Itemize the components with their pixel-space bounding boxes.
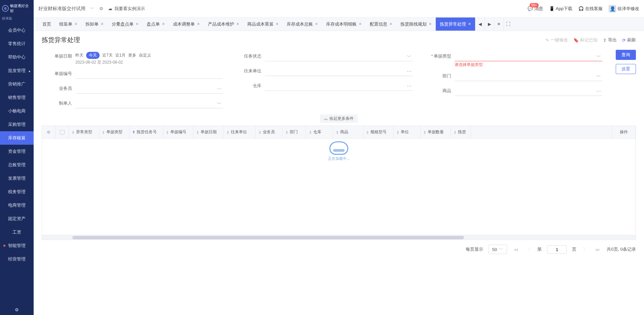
sidebar-item-ecom[interactable]: 小畅电商 <box>0 104 34 118</box>
tab[interactable]: 组装单✕ <box>55 18 81 31</box>
table-col-header[interactable]: ▲▼拣货任务号 <box>130 126 163 138</box>
tab-close-all[interactable]: ✕ <box>494 18 503 31</box>
doc-type-select[interactable] <box>455 52 602 61</box>
sidebar-item-ai[interactable]: 智能管理 <box>0 239 34 252</box>
sidebar-item-sales[interactable]: 销售管理 <box>0 91 34 104</box>
sort-icon[interactable]: ▲▼ <box>196 130 199 134</box>
sidebar-settings-icon[interactable]: ⚙ <box>0 305 34 315</box>
close-icon[interactable]: ✕ <box>389 22 392 26</box>
sidebar-item-member[interactable]: 会员中心 <box>0 24 34 37</box>
prev-page-button[interactable]: 〈 <box>525 246 532 252</box>
user-menu[interactable]: 👤 徐泽华修改 <box>609 5 639 12</box>
date-today[interactable]: 今天 <box>86 52 100 59</box>
table-col-header[interactable]: ▲▼单据日期 <box>193 126 224 138</box>
messages-button[interactable]: 99+ 💬 消息 <box>528 6 543 12</box>
tab[interactable]: 拣货异常处理✕ <box>436 18 475 31</box>
last-page-button[interactable]: ⏭ <box>594 247 601 252</box>
sort-icon[interactable]: ▲▼ <box>226 130 229 134</box>
salesman-select[interactable] <box>75 84 223 94</box>
dept-select[interactable] <box>455 72 602 81</box>
collapse-filters-button[interactable]: ︽收起更多条件 <box>320 114 358 123</box>
table-settings-icon[interactable]: ⚙ <box>42 126 56 138</box>
sort-icon[interactable]: ▲▼ <box>102 130 105 134</box>
tab[interactable]: 拆卸单✕ <box>81 18 108 31</box>
gear-icon[interactable]: ⚙ <box>99 6 103 11</box>
tab-scroll-left[interactable]: ◀ <box>475 18 485 31</box>
close-icon[interactable]: ✕ <box>359 22 362 26</box>
sort-icon[interactable]: ▲▼ <box>454 130 457 134</box>
date-custom[interactable]: 自定义 <box>139 53 151 58</box>
table-col-header[interactable]: ▲▼规格型号 <box>363 126 394 138</box>
product-select[interactable] <box>455 86 602 96</box>
settings-button[interactable]: 设置 <box>616 64 636 74</box>
sidebar-item-payroll[interactable]: 工资 <box>0 225 34 239</box>
close-icon[interactable]: ✕ <box>236 22 239 26</box>
table-col-header[interactable]: ▲▼单位 <box>394 126 421 138</box>
support-button[interactable]: 🎧 在线客服 <box>578 6 603 12</box>
table-col-header[interactable]: ▲▼商品 <box>333 126 363 138</box>
query-button[interactable]: 查询 <box>616 50 636 60</box>
warehouse-select[interactable] <box>265 81 413 91</box>
tab[interactable]: 成本调整单✕ <box>169 18 204 31</box>
sort-icon[interactable]: ▲▼ <box>285 130 288 134</box>
sidebar-item-help[interactable]: 帮助中心 <box>0 50 34 64</box>
close-icon[interactable]: ✕ <box>101 22 104 26</box>
sidebar-item-gl[interactable]: 总账管理 <box>0 158 34 172</box>
demo-link[interactable]: ☁ 我要看实例演示 <box>108 6 145 12</box>
tab[interactable]: 配置信息✕ <box>366 18 396 31</box>
tab[interactable]: 商品成本重算✕ <box>243 18 283 31</box>
sidebar-item-ec[interactable]: 电商管理 <box>0 199 34 212</box>
sort-icon[interactable]: ▲▼ <box>258 130 261 134</box>
sidebar-item-inventory[interactable]: 库存核算 <box>0 131 34 145</box>
chevron-down-icon[interactable]: ﹀ <box>407 54 412 60</box>
date-yesterday[interactable]: 昨天 <box>75 53 83 58</box>
sidebar-item-wholesale[interactable]: 批发管理▴ <box>0 64 34 77</box>
doc-no-input[interactable] <box>75 69 223 79</box>
more-icon[interactable]: ⋯ <box>407 83 412 89</box>
table-col-header[interactable]: ▲▼仓库 <box>306 126 333 138</box>
sort-icon[interactable]: ▲▼ <box>72 130 75 134</box>
table-col-header[interactable]: ▲▼往来单位 <box>224 126 256 138</box>
sort-icon[interactable]: ▲▼ <box>423 130 426 134</box>
partner-select[interactable] <box>265 67 413 76</box>
export-button[interactable]: ⇪导出 <box>603 37 617 43</box>
close-icon[interactable]: ✕ <box>136 22 139 26</box>
table-col-header[interactable]: ▲▼单据数量 <box>421 126 451 138</box>
scrollbar-thumb[interactable] <box>72 236 464 239</box>
select-all-checkbox[interactable] <box>60 130 65 135</box>
topbar-title[interactable]: 好业财标准版交付试用 <box>38 6 85 12</box>
sidebar-item-retail[interactable]: 零售统计 <box>0 37 34 50</box>
tab[interactable]: 分量盘点单✕ <box>108 18 143 31</box>
more-icon[interactable]: ⋯ <box>407 69 412 74</box>
sidebar-item-ops[interactable]: 经营管理 <box>0 252 34 266</box>
close-icon[interactable]: ✕ <box>468 22 471 26</box>
close-icon[interactable]: ✕ <box>276 22 279 26</box>
chevron-down-icon[interactable]: ﹀ <box>217 101 222 107</box>
table-col-header[interactable]: ▲▼单据编号 <box>163 126 193 138</box>
tab[interactable]: 拣货路线规划✕ <box>396 18 436 31</box>
horizontal-scrollbar[interactable] <box>42 235 636 240</box>
creator-select[interactable] <box>75 99 223 108</box>
sort-icon[interactable]: ▲▼ <box>396 130 399 134</box>
page-input[interactable] <box>547 245 567 254</box>
sidebar-item-marketing[interactable]: 营销推广 <box>0 77 34 91</box>
sort-icon[interactable]: ▲▼ <box>309 130 312 134</box>
table-col-header[interactable]: ▲▼单据类型 <box>99 126 130 138</box>
tab[interactable]: 产品成本维护✕ <box>204 18 243 31</box>
next-page-button[interactable]: 〉 <box>582 246 589 252</box>
sort-icon[interactable]: ▲▼ <box>366 130 369 134</box>
close-icon[interactable]: ✕ <box>197 22 200 26</box>
close-icon[interactable]: ✕ <box>429 22 432 26</box>
close-icon[interactable]: ✕ <box>74 22 77 26</box>
chevron-down-icon[interactable]: ﹀ <box>596 54 601 60</box>
sort-icon[interactable]: ▲▼ <box>166 130 169 134</box>
tab[interactable]: 首页 <box>38 18 55 31</box>
table-col-header[interactable]: ▲▼业务员 <box>256 126 283 138</box>
close-icon[interactable]: ✕ <box>162 22 165 26</box>
tab[interactable]: 库存成本总账✕ <box>283 18 322 31</box>
mark-known-button[interactable]: 🔖标记已知 <box>573 37 598 43</box>
date-more[interactable]: 更多 <box>128 53 136 58</box>
sort-icon[interactable]: ▲▼ <box>336 130 339 134</box>
table-col-header[interactable]: ▲▼拣货 <box>451 126 471 138</box>
sidebar-item-purchase[interactable]: 采购管理 <box>0 118 34 131</box>
